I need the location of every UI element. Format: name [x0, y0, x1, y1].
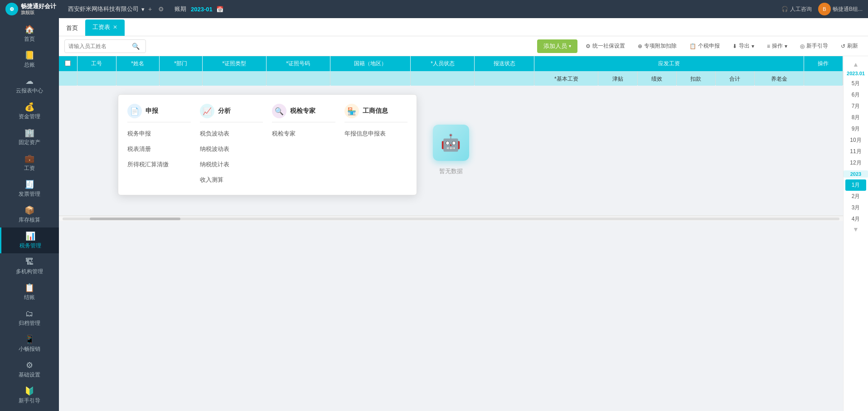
new-guide-button[interactable]: ◎ 新手引导	[795, 39, 833, 53]
search-wrap[interactable]: 🔍	[64, 39, 146, 53]
timeline-month-5[interactable]: 5月	[844, 78, 868, 89]
operations-icon: ≡	[767, 43, 770, 49]
th-pension: 养老金	[754, 73, 804, 86]
timeline-month-11[interactable]: 11月	[844, 146, 868, 157]
special-deduct-button[interactable]: ⊕ 专项附加扣除	[633, 39, 681, 53]
search-icon: 🔍	[132, 43, 140, 50]
income-tax-item[interactable]: 所得税汇算清缴	[127, 159, 191, 170]
add-person-button[interactable]: 添加人员 ▾	[537, 39, 577, 53]
company-name: 西安虾米网络科技有限公司	[68, 5, 139, 13]
sidebar-label-tax: 税务管理	[19, 242, 41, 250]
headset-icon: 🎧	[781, 6, 788, 12]
calendar-icon[interactable]: 📅	[216, 6, 223, 13]
tab-bar: 首页 工资表 ✕	[59, 18, 868, 36]
sidebar-label-guide: 新手引导	[19, 397, 40, 405]
timeline-month-1[interactable]: 1月	[845, 179, 866, 191]
payroll-icon: 💼	[24, 155, 34, 163]
sidebar-item-mini[interactable]: 📱 小畅报销	[0, 331, 59, 357]
th-total: 合计	[715, 73, 754, 86]
sidebar-item-inventory[interactable]: 📦 库存核算	[0, 202, 59, 227]
dropdown-section-commerce: 🏪 工商信息 年报信息申报表	[344, 104, 408, 186]
export-button[interactable]: ⬇ 导出 ▾	[728, 39, 759, 53]
sidebar-item-home[interactable]: 🏠 首页	[0, 21, 59, 47]
th-base-salary: *基本工资	[534, 73, 598, 86]
company-dropdown-icon[interactable]: ▾	[141, 6, 145, 13]
sidebar-label-invoice: 发票管理	[19, 190, 40, 198]
logo-icon: ⊕	[5, 3, 18, 15]
sidebar-item-invoice[interactable]: 🧾 发票管理	[0, 176, 59, 202]
sidebar-item-assets[interactable]: 🏢 固定资产	[0, 124, 59, 150]
scrollbar-track[interactable]	[63, 218, 839, 220]
company-selector[interactable]: 西安虾米网络科技有限公司 ▾	[68, 5, 145, 13]
operations-button[interactable]: ≡ 操作 ▾	[762, 39, 792, 53]
sidebar-item-guide[interactable]: 🔰 新手引导	[0, 382, 59, 408]
tab-close-icon[interactable]: ✕	[113, 24, 117, 30]
horizontal-scrollbar[interactable]	[59, 216, 843, 221]
invoice-icon: 🧾	[24, 180, 34, 189]
service-button[interactable]: 🎧 人工咨询	[781, 5, 812, 13]
period-display[interactable]: 账期 2023-01 📅	[175, 5, 223, 13]
timeline-month-3[interactable]: 3月	[844, 202, 868, 213]
search-input[interactable]	[68, 43, 132, 49]
refresh-button[interactable]: ↺ 刷新	[836, 39, 863, 53]
sidebar-label-mini: 小畅报销	[19, 345, 40, 353]
th-checkbox[interactable]	[59, 56, 77, 71]
tab-home-label: 首页	[66, 24, 78, 32]
timeline-nav-up[interactable]: ▲	[853, 60, 859, 69]
declare-section-header: 📄 申报	[127, 104, 191, 122]
unified-social-button[interactable]: ⚙ 统一社保设置	[581, 39, 630, 53]
table-wrapper[interactable]: 📄 申报 税务申报 税表清册 所得税汇算清缴 📈 分析	[59, 56, 843, 411]
timeline-month-10[interactable]: 10月	[844, 135, 868, 146]
add-person-dropdown-arrow: ▾	[569, 44, 571, 48]
timeline-nav-down[interactable]: ▼	[853, 225, 859, 234]
tax-stats-item[interactable]: 纳税统计表	[200, 159, 263, 170]
sidebar-item-settings[interactable]: ⚙ 基础设置	[0, 357, 59, 382]
sidebar-item-cloud[interactable]: ☁ 云报表中心	[0, 73, 59, 98]
th-submit-status: 报送状态	[475, 56, 534, 71]
sidebar-item-archive[interactable]: 🗂 归档管理	[0, 305, 59, 331]
income-calc-item[interactable]: 收入测算	[200, 174, 263, 186]
sidebar: 🏠 首页 📒 总账 ☁ 云报表中心 💰 资金管理 🏢 固定资产 💼 工资 🧾 发…	[0, 18, 59, 411]
personal-tax-button[interactable]: 📋 个税申报	[685, 39, 724, 53]
tax-payment-item[interactable]: 纳税波动表	[200, 143, 263, 155]
declare-icon: 📄	[127, 104, 142, 118]
sidebar-item-tax[interactable]: 📊 税务管理	[0, 227, 59, 253]
tax-declare-item[interactable]: 税务申报	[127, 128, 191, 140]
sidebar-label-archive: 归档管理	[19, 319, 40, 327]
timeline-month-12[interactable]: 12月	[844, 157, 868, 169]
export-icon: ⬇	[732, 43, 737, 49]
timeline-month-8[interactable]: 8月	[844, 112, 868, 123]
annual-report-item[interactable]: 年报信息申报表	[344, 128, 408, 140]
sidebar-item-funds[interactable]: 💰 资金管理	[0, 98, 59, 124]
period-label: 账期	[175, 5, 186, 13]
tab-payroll[interactable]: 工资表 ✕	[85, 19, 125, 36]
tax-expert-item[interactable]: 税检专家	[272, 128, 335, 140]
sidebar-label-multi-org: 多机构管理	[16, 268, 43, 276]
sidebar-label-ledger: 总账	[24, 61, 35, 69]
add-company-button[interactable]: +	[145, 4, 155, 15]
sidebar-item-payroll[interactable]: 💼 工资	[0, 150, 59, 176]
th-name: *姓名	[116, 56, 159, 71]
timeline-month-9[interactable]: 9月	[844, 123, 868, 135]
add-person-label: 添加人员	[543, 42, 567, 50]
tax-table-item[interactable]: 税表清册	[127, 143, 191, 155]
sidebar-item-member[interactable]: ✦ 畅会员	[0, 408, 59, 411]
sidebar-item-close[interactable]: 📋 结账	[0, 279, 59, 305]
sidebar-item-ledger[interactable]: 📒 总账	[0, 47, 59, 73]
th-id: 工号	[77, 56, 116, 71]
tab-home[interactable]: 首页	[59, 20, 85, 36]
timeline-month-2[interactable]: 2月	[844, 191, 868, 202]
app-title: 畅捷通好会计	[21, 3, 56, 10]
timeline-month-7[interactable]: 7月	[844, 101, 868, 112]
select-all-checkbox[interactable]	[65, 60, 71, 66]
sidebar-label-assets: 固定资产	[19, 139, 40, 146]
settings-icon[interactable]: ⚙	[155, 4, 166, 15]
th-allowance: 津贴	[598, 73, 637, 86]
timeline-month-6[interactable]: 6月	[844, 89, 868, 101]
timeline-month-4[interactable]: 4月	[844, 213, 868, 225]
assets-icon: 🏢	[24, 129, 34, 137]
sidebar-item-multi-org[interactable]: 🏗 多机构管理	[0, 253, 59, 279]
user-menu[interactable]: B 畅捷通B组...	[818, 3, 863, 15]
tax-burden-item[interactable]: 税负波动表	[200, 128, 263, 140]
scrollbar-thumb[interactable]	[90, 218, 180, 220]
